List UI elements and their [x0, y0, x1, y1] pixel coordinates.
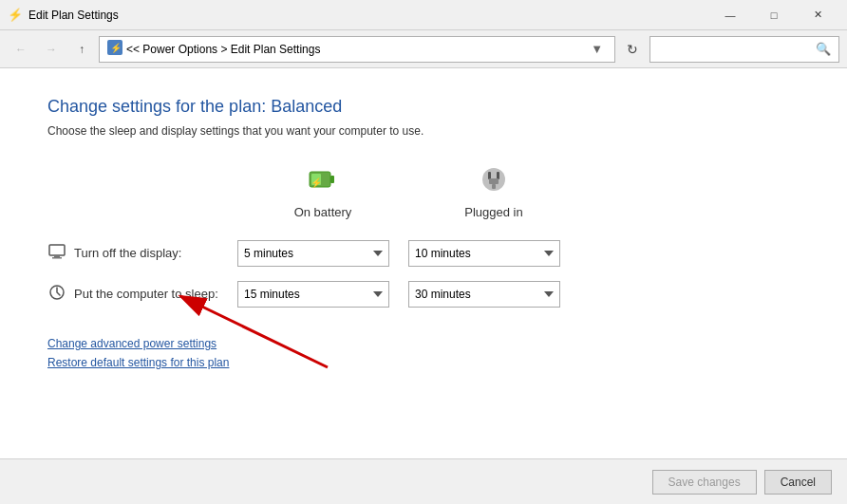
svg-rect-10: [492, 184, 496, 189]
sleep-setting-label: Put the computer to sleep:: [47, 273, 237, 314]
search-box: 🔍: [649, 36, 839, 63]
sleep-plugged-select-wrapper: 1 minute 2 minutes 3 minutes 5 minutes 1…: [408, 281, 579, 308]
content-area: Change settings for the plan: Balanced C…: [0, 68, 847, 504]
battery-icon: ⚡: [308, 164, 338, 201]
display-setting-label: Turn off the display:: [47, 233, 237, 273]
breadcrumb-text: << Power Options > Edit Plan Settings: [126, 43, 583, 56]
plug-icon: [479, 164, 509, 201]
advanced-settings-link[interactable]: Change advanced power settings: [47, 337, 800, 350]
search-icon: 🔍: [816, 42, 831, 56]
close-button[interactable]: ✕: [796, 0, 839, 30]
forward-button[interactable]: →: [38, 36, 65, 63]
svg-text:⚡: ⚡: [311, 177, 323, 189]
display-plugged-select[interactable]: 1 minute 2 minutes 3 minutes 5 minutes 1…: [408, 240, 560, 267]
address-dropdown-button[interactable]: ▼: [587, 42, 607, 56]
links-section: Change advanced power settings Restore d…: [47, 337, 800, 369]
bottom-bar: Save changes Cancel: [0, 458, 847, 504]
minimize-button[interactable]: —: [708, 0, 752, 30]
display-battery-select-wrapper: 1 minute 2 minutes 3 minutes 5 minutes 1…: [237, 240, 408, 267]
plugged-in-label: Plugged in: [464, 205, 522, 219]
plugged-in-header: Plugged in: [408, 164, 579, 233]
save-button[interactable]: Save changes: [652, 470, 757, 495]
app-icon: ⚡: [8, 8, 23, 23]
svg-rect-8: [497, 172, 499, 179]
breadcrumb-icon: ⚡: [107, 40, 122, 58]
on-battery-label: On battery: [294, 205, 352, 219]
sleep-plugged-select[interactable]: 1 minute 2 minutes 3 minutes 5 minutes 1…: [408, 281, 560, 308]
cancel-button[interactable]: Cancel: [764, 470, 832, 495]
svg-rect-7: [488, 172, 491, 179]
svg-rect-13: [52, 257, 62, 259]
display-plugged-select-wrapper: 1 minute 2 minutes 3 minutes 5 minutes 1…: [408, 240, 579, 267]
sleep-label-text: Put the computer to sleep:: [74, 287, 218, 301]
svg-text:⚡: ⚡: [110, 42, 122, 54]
sleep-battery-select-wrapper: 1 minute 2 minutes 3 minutes 5 minutes 1…: [237, 281, 408, 308]
title-bar-controls: — □ ✕: [708, 0, 839, 30]
svg-rect-11: [49, 245, 65, 255]
maximize-button[interactable]: □: [752, 0, 796, 30]
svg-rect-3: [330, 176, 334, 183]
display-icon: [47, 242, 66, 264]
title-bar-left: ⚡ Edit Plan Settings: [8, 8, 119, 23]
page-subtitle: Choose the sleep and display settings th…: [47, 124, 800, 138]
sleep-battery-select[interactable]: 1 minute 2 minutes 3 minutes 5 minutes 1…: [237, 281, 389, 308]
on-battery-header: ⚡ On battery: [237, 164, 408, 233]
display-label-text: Turn off the display:: [74, 246, 181, 260]
title-bar: ⚡ Edit Plan Settings — □ ✕: [0, 0, 847, 30]
svg-rect-12: [54, 255, 60, 257]
svg-rect-9: [489, 178, 499, 184]
sleep-icon: [47, 283, 66, 305]
refresh-button[interactable]: ↻: [619, 36, 646, 63]
window-title: Edit Plan Settings: [28, 9, 119, 22]
restore-defaults-link[interactable]: Restore default settings for this plan: [47, 356, 800, 369]
display-battery-select[interactable]: 1 minute 2 minutes 3 minutes 5 minutes 1…: [237, 240, 389, 267]
address-bar: ← → ↑ ⚡ << Power Options > Edit Plan Set…: [0, 30, 847, 68]
up-button[interactable]: ↑: [68, 36, 95, 63]
back-button[interactable]: ←: [8, 36, 34, 63]
settings-grid: ⚡ On battery Plugged in: [47, 164, 800, 314]
search-input[interactable]: [658, 43, 812, 56]
address-path: ⚡ << Power Options > Edit Plan Settings …: [99, 36, 615, 63]
page-title: Change settings for the plan: Balanced: [47, 97, 800, 117]
